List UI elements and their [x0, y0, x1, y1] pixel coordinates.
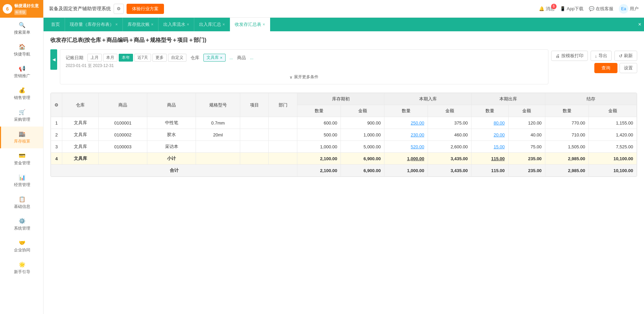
set-button[interactable]: 设置: [620, 63, 637, 73]
sidebar-nav: 🔍 搜索菜单 🏠 快捷导航 📢 营销推广 💰 销售管理 🛒 采购管理 🏬 库存核…: [0, 18, 43, 314]
row-code: 0100001: [99, 117, 147, 129]
row-warehouse: 文具库: [62, 117, 99, 129]
tab-batch[interactable]: 库存批次账 ×: [123, 18, 159, 31]
notification-action[interactable]: 🔔 消息 6: [539, 6, 555, 12]
date-btn-more[interactable]: 更多: [152, 54, 167, 62]
page-title: 收发存汇总表(按仓库＋商品编码＋商品＋规格型号＋项目＋部门): [50, 37, 637, 44]
tab-close-inventory-dist[interactable]: ×: [115, 22, 118, 27]
col-code-header: 商品: [99, 93, 147, 117]
tab-inout-flow[interactable]: 出入库流水 ×: [159, 18, 194, 31]
row-in-qty: 520.00: [384, 141, 428, 153]
sidebar-item-label: 系统管理: [14, 226, 30, 231]
user-avatar: Ea: [619, 4, 628, 14]
tab-close-receive-summary[interactable]: ×: [263, 22, 265, 27]
col-closing-header: 结存: [545, 93, 637, 105]
tab-close-batch[interactable]: ×: [151, 22, 153, 27]
tab-close-inout-summary[interactable]: ×: [222, 22, 225, 27]
sidebar-item-corp[interactable]: 🤝 企业协同: [0, 235, 43, 257]
tab-receive-summary[interactable]: 收发存汇总表 ×: [230, 18, 270, 31]
tab-inventory-dist[interactable]: 现存量（库存分布表） ×: [65, 18, 123, 31]
online-service-label: 在线客服: [596, 6, 613, 12]
refresh-btn[interactable]: ↺ 刷新: [614, 51, 637, 61]
row-dept: [269, 141, 297, 153]
date-btn-custom[interactable]: 自定义: [168, 54, 186, 62]
date-btn-this-month[interactable]: 本月: [103, 54, 117, 62]
logo-icon: 6: [3, 4, 12, 14]
date-btn-7days[interactable]: 近7天: [134, 54, 151, 62]
settings-button[interactable]: ⚙: [114, 4, 124, 14]
table-row: 1 文具库 0100001 中性笔 0.7mm 600.00 900.00 25…: [51, 117, 637, 129]
footer-in-qty: 1,000.00: [384, 165, 428, 177]
tab-home[interactable]: 首页: [46, 18, 65, 31]
closing-qty-header: 数量: [545, 105, 589, 117]
sidebar-item-operations[interactable]: 📊 经营管理: [0, 170, 43, 192]
subtotal-code: [99, 153, 147, 165]
sidebar-item-basics[interactable]: 📋 基础信息: [0, 192, 43, 214]
sidebar-item-inventory[interactable]: 🏬 库存核算: [0, 127, 43, 148]
tab-inout-summary[interactable]: 出入库汇总 ×: [194, 18, 230, 31]
warehouse-tag-close[interactable]: ×: [220, 55, 222, 60]
sidebar-logo: 6 畅捷通好生意 标准版: [0, 0, 43, 18]
sidebar-item-search[interactable]: 🔍 搜索菜单: [0, 18, 43, 39]
out-amt-header: 金额: [508, 105, 545, 117]
footer-open-amt: 6,900.00: [341, 165, 384, 177]
row-open-qty: 1,000.00: [297, 141, 341, 153]
subtotal-close-amt: 10,100.00: [589, 153, 637, 165]
corp-icon: 🤝: [19, 239, 26, 246]
sidebar-item-guide[interactable]: 🌟 新手引导: [0, 257, 43, 279]
system-icon: ⚙️: [19, 218, 26, 224]
row-dept: [269, 129, 297, 141]
sidebar-item-quicknav[interactable]: 🏠 快捷导航: [0, 39, 43, 61]
app-download-label: App下载: [567, 6, 583, 12]
date-btn-last-month[interactable]: 上月: [87, 54, 102, 62]
warehouse-more[interactable]: ...: [230, 55, 233, 60]
subtotal-row: 4 文具库 小计 2,100.00 6,900.00 1,000.00 3,43…: [51, 153, 637, 165]
expand-btn[interactable]: ∨ 展开更多条件: [290, 74, 318, 80]
date-btn-this-year[interactable]: 本年: [119, 54, 133, 62]
sidebar-item-purchase[interactable]: 🛒 采购管理: [0, 105, 43, 127]
row-in-amt: 2,600.00: [428, 141, 472, 153]
row-in-qty: 230.00: [384, 129, 428, 141]
row-warehouse: 文具库: [62, 129, 99, 141]
table-row: 2 文具库 0100002 胶水 20ml 500.00 1,000.00 23…: [51, 129, 637, 141]
trial-button[interactable]: 体验行业方案: [127, 4, 164, 14]
closing-amt-header: 金额: [589, 105, 637, 117]
sidebar-item-marketing[interactable]: 📢 营销推广: [0, 61, 43, 83]
footer-close-amt: 10,100.00: [589, 165, 637, 177]
row-open-amt: 900.00: [341, 117, 384, 129]
warehouse-tag: 文具库 ×: [203, 54, 226, 62]
row-in-amt: 460.00: [428, 129, 472, 141]
main-area: 装备及固定资产辅助管理系统 ⚙ 体验行业方案 🔔 消息 6 📱 App下载 💬 …: [44, 0, 644, 314]
row-dept: [269, 117, 297, 129]
export-btn[interactable]: ↓ 导出: [591, 51, 612, 61]
header-left: 装备及固定资产辅助管理系统 ⚙ 体验行业方案: [49, 4, 164, 14]
sidebar-item-finance[interactable]: 💳 资金管理: [0, 148, 43, 170]
print-btn[interactable]: 🖨 按模板打印: [551, 51, 588, 61]
logo-text: 畅捷通好生意 标准版: [14, 3, 39, 15]
collapse-button[interactable]: ◀: [50, 49, 57, 70]
subtotal-close-qty: 2,985.00: [545, 153, 589, 165]
tab-close-inout-flow[interactable]: ×: [187, 22, 189, 27]
sidebar-item-system[interactable]: ⚙️ 系统管理: [0, 214, 43, 235]
row-no: 3: [51, 141, 62, 153]
subtotal-dept: [269, 153, 297, 165]
row-in-amt: 375.00: [428, 117, 472, 129]
goods-more[interactable]: ...: [250, 55, 253, 60]
sidebar-item-label: 采购管理: [14, 117, 30, 122]
opening-qty-header: 数量: [297, 105, 341, 117]
user-action[interactable]: Ea 用户: [619, 4, 639, 14]
row-project: [240, 129, 269, 141]
tabs-close-all[interactable]: ×: [638, 21, 641, 28]
query-button[interactable]: 查询: [594, 63, 617, 73]
app-download-action[interactable]: 📱 App下载: [560, 6, 583, 12]
top-header: 装备及固定资产辅助管理系统 ⚙ 体验行业方案 🔔 消息 6 📱 App下载 💬 …: [44, 0, 644, 18]
sidebar-item-sales[interactable]: 💰 销售管理: [0, 83, 43, 105]
subtotal-out-amt: 235.00: [508, 153, 545, 165]
online-service-action[interactable]: 💬 在线客服: [589, 6, 613, 12]
col-dept-header: 部门: [269, 93, 297, 117]
guide-icon: 🌟: [19, 261, 26, 268]
in-amt-header: 金额: [428, 105, 472, 117]
sidebar-item-label: 营销推广: [14, 73, 30, 79]
footer-out-qty: 115.00: [472, 165, 509, 177]
row-close-qty: 710.00: [545, 129, 589, 141]
